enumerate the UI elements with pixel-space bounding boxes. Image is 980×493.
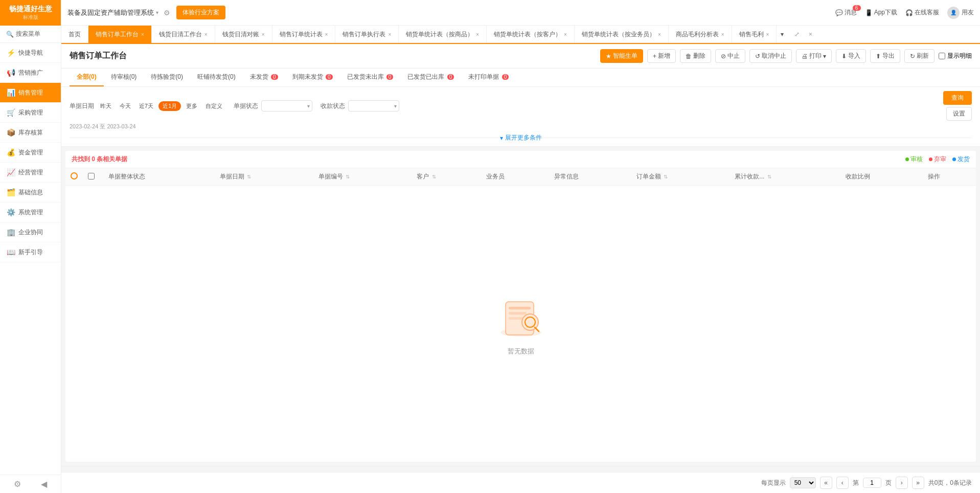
tab-sales-stat[interactable]: 销售订单统计表 × (272, 26, 336, 43)
sub-tab-all[interactable]: 全部(0) (70, 69, 104, 86)
tab-close-icon[interactable]: × (658, 32, 661, 37)
sidebar-item-quick-nav[interactable]: ⚡ 快捷导航 (0, 43, 61, 63)
settings-icon[interactable]: ⚙ (14, 479, 21, 489)
sidebar-item-marketing[interactable]: 📢 营销推广 (0, 63, 61, 83)
user-section[interactable]: 👤 用友 (947, 7, 974, 19)
review-action-btn[interactable]: 审核 (905, 155, 923, 164)
sidebar-item-purchase[interactable]: 🛒 采购管理 (0, 103, 61, 123)
th-number[interactable]: 单据编号 ⇅ (313, 168, 412, 186)
cancel-action-btn[interactable]: 弃审 (929, 155, 946, 164)
show-detail-checkbox[interactable] (939, 53, 945, 59)
sub-tab-pending-review[interactable]: 待审核(0) (104, 69, 144, 86)
query-btn[interactable]: 查询 (943, 91, 972, 105)
collapse-icon[interactable]: ◀ (41, 479, 47, 489)
online-service-action[interactable]: 🎧 在线客服 (905, 8, 939, 17)
tab-close-icon[interactable]: × (388, 32, 391, 37)
industry-btn[interactable]: 体验行业方案 (176, 6, 225, 19)
tab-close-icon[interactable]: × (476, 32, 479, 37)
tab-close-icon[interactable]: × (721, 32, 724, 37)
sub-tab-not-printed[interactable]: 未打印单据 0 (461, 69, 516, 86)
cancel-stop-btn[interactable]: ↺ 取消中止 (749, 49, 792, 63)
date-btn-custom[interactable]: 自定义 (202, 101, 225, 111)
payment-select[interactable] (348, 100, 399, 111)
tab-cash-reconcile[interactable]: 钱货日清对账 × (215, 26, 272, 43)
sub-tab-expired-ship[interactable]: 到期未发货 0 (285, 69, 340, 86)
col-settings[interactable] (65, 168, 83, 186)
print-dropdown-icon[interactable]: ▾ (823, 53, 826, 60)
col-checkbox[interactable] (83, 168, 103, 186)
per-page-select[interactable]: 10 20 50 100 (790, 477, 816, 488)
tab-sales-workbench[interactable]: 销售订单工作台 × (88, 26, 152, 43)
import-btn[interactable]: ⬇ 导入 (836, 49, 866, 63)
sub-tab-not-shipped[interactable]: 未发货 0 (243, 69, 285, 86)
tab-close-icon[interactable]: × (141, 32, 144, 37)
sub-tab-wangpu[interactable]: 旺铺待发货(0) (190, 69, 243, 86)
sidebar-item-base[interactable]: 🗂️ 基础信息 (0, 183, 61, 203)
prev-page-btn[interactable]: ‹ (836, 477, 849, 489)
sidebar-item-corp[interactable]: 🏢 企业协同 (0, 222, 61, 242)
add-btn[interactable]: + 新增 (647, 49, 676, 63)
sidebar-item-guide[interactable]: 📖 新手引导 (0, 242, 61, 262)
th-received[interactable]: 累计收款... ⇅ (730, 168, 840, 186)
sub-tab-pending-inspect[interactable]: 待拣验货(0) (144, 69, 190, 86)
tab-close-icon[interactable]: × (325, 32, 328, 37)
th-customer[interactable]: 客户 ⇅ (412, 168, 481, 186)
date-btn-today[interactable]: 今天 (117, 101, 134, 111)
smart-create-btn[interactable]: ★ 智能生单 (600, 49, 643, 63)
ship-action-btn[interactable]: 发货 (952, 155, 970, 164)
filter-divider (70, 138, 500, 138)
status-filter-label: 单据状态 (234, 102, 258, 110)
sidebar-search[interactable]: 🔍 搜索菜单 (0, 26, 61, 43)
print-btn[interactable]: 🖨 打印 ▾ (796, 49, 832, 63)
date-btn-7days[interactable]: 近7天 (136, 101, 156, 111)
show-detail-checkbox-wrap[interactable]: 显示明细 (939, 52, 972, 60)
page-input[interactable] (863, 478, 881, 488)
status-select[interactable] (261, 100, 312, 111)
tab-close-icon[interactable]: × (204, 32, 208, 37)
tab-close-all-icon[interactable]: × (804, 28, 816, 40)
sidebar-item-system[interactable]: ⚙️ 系统管理 (0, 203, 61, 222)
sidebar-item-sales[interactable]: 📊 销售管理 (0, 83, 61, 103)
dropdown-arrow-icon[interactable]: ▾ (156, 10, 158, 15)
expand-btn[interactable]: ▾ 展开更多条件 (500, 133, 542, 142)
date-btn-more[interactable]: 更多 (183, 101, 200, 111)
message-action[interactable]: 💬 消息 6 (835, 8, 857, 17)
sub-tab-shipped-not-out[interactable]: 已发货未出库 0 (340, 69, 401, 86)
app-download-action[interactable]: 📱 App下载 (865, 8, 897, 17)
set-btn[interactable]: 设置 (946, 107, 972, 121)
refresh-btn[interactable]: ↻ 刷新 (904, 49, 935, 63)
date-btn-yesterday[interactable]: 昨天 (97, 101, 115, 111)
tab-goods-stat-product[interactable]: 销货单统计表（按商品） × (399, 26, 487, 43)
th-amount[interactable]: 订单金额 ⇅ (631, 168, 730, 186)
tab-close-icon[interactable]: × (564, 32, 567, 37)
first-page-btn[interactable]: « (820, 477, 832, 489)
select-all-checkbox[interactable] (88, 173, 95, 180)
sub-tab-shipped-out[interactable]: 已发货已出库 0 (400, 69, 461, 86)
guide-icon: 📖 (6, 248, 15, 257)
th-date[interactable]: 单据日期 ⇅ (215, 168, 313, 186)
tab-goods-stat-staff[interactable]: 销货单统计表（按业务员） × (575, 26, 669, 43)
tab-sales-more[interactable]: 销售毛利 × (732, 26, 777, 43)
tab-home[interactable]: 首页 (61, 26, 88, 43)
page-title: 销售订单工作台 (70, 51, 127, 61)
stop-btn[interactable]: ⊘ 中止 (715, 49, 745, 63)
gear-setting-icon[interactable]: ⚙ (164, 9, 170, 17)
next-page-btn[interactable]: › (896, 477, 908, 489)
export-btn[interactable]: ⬆ 导出 (870, 49, 900, 63)
tab-restore-icon[interactable]: ⤢ (791, 28, 803, 40)
sidebar-item-operation[interactable]: 📈 经营管理 (0, 163, 61, 183)
date-btn-1month[interactable]: 近1月 (158, 101, 181, 111)
tab-cash-daily[interactable]: 钱货日清工作台 × (152, 26, 215, 43)
tabbar-overflow-btn[interactable]: ▾ (777, 31, 788, 38)
delete-btn[interactable]: 🗑 删除 (680, 49, 711, 63)
tab-sales-exec[interactable]: 销售订单执行表 × (335, 26, 399, 43)
settings-col-icon (71, 172, 78, 180)
sidebar-item-finance[interactable]: 💰 资金管理 (0, 143, 61, 163)
tab-goods-stat-customer[interactable]: 销货单统计表（按客户） × (487, 26, 575, 43)
tab-close-icon[interactable]: × (262, 32, 265, 37)
horizontal-scrollbar[interactable] (61, 466, 980, 472)
sidebar-item-inventory[interactable]: 📦 库存核算 (0, 123, 61, 143)
last-page-btn[interactable]: » (912, 477, 924, 489)
tab-goods-margin[interactable]: 商品毛利分析表 × (669, 26, 732, 43)
tab-close-icon[interactable]: × (766, 32, 769, 37)
